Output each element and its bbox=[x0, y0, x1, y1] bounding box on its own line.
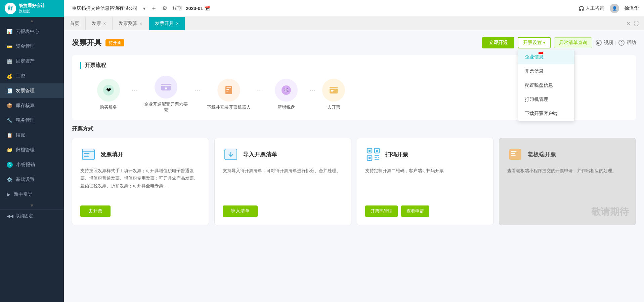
app-title: 畅捷通好会计 bbox=[19, 3, 45, 9]
tab-maximize[interactable]: ⛶ bbox=[634, 21, 639, 26]
svg-rect-20 bbox=[84, 155, 88, 155]
sidebar-item-tax[interactable]: 🔧 税务管理 bbox=[0, 113, 64, 128]
tab-bar: 首页 发票 ✕ 发票测算 ✕ 发票开具 ✕ ✕ ⛶ bbox=[64, 17, 644, 30]
sidebar-label-salary: 工资 bbox=[16, 73, 25, 79]
tab-home[interactable]: 首页 bbox=[64, 17, 86, 30]
tab-close-all[interactable]: ✕ bbox=[626, 20, 631, 27]
scan-view-apply-btn[interactable]: 查看申请 bbox=[401, 205, 429, 217]
sidebar-label-fund: 资金管理 bbox=[16, 43, 35, 49]
tab-invoice-issue[interactable]: 发票开具 ✕ bbox=[149, 17, 185, 30]
scan-code-mgr-btn[interactable]: 开票码管理 bbox=[365, 205, 398, 217]
tab-invoice-test[interactable]: 发票测算 ✕ bbox=[113, 17, 149, 30]
tax-icon: 🔧 bbox=[7, 118, 12, 123]
xiaochang-icon: C bbox=[7, 162, 13, 168]
sidebar-item-archive[interactable]: 📁 归档管理 bbox=[0, 143, 64, 157]
assets-icon: 🏢 bbox=[7, 59, 12, 64]
tab-invoice-close[interactable]: ✕ bbox=[103, 22, 106, 26]
settings-icon[interactable]: ⚙ bbox=[162, 5, 167, 11]
methods-section-title: 开票方式 bbox=[72, 125, 636, 133]
logo-icon: 好 bbox=[5, 3, 16, 14]
sidebar-label-settings: 基础设置 bbox=[16, 177, 35, 183]
svg-rect-37 bbox=[511, 155, 516, 156]
sidebar-label-guide: 新手引导 bbox=[14, 191, 33, 197]
svg-rect-27 bbox=[376, 150, 378, 152]
svg-text:税: 税 bbox=[284, 87, 289, 92]
sidebar-item-settle[interactable]: 📋 结账 bbox=[0, 128, 64, 143]
svg-rect-36 bbox=[511, 153, 515, 154]
activate-btn[interactable]: 立即开通 bbox=[482, 37, 514, 48]
import-title: 导入开票清单 bbox=[243, 151, 277, 158]
sidebar-item-salary[interactable]: 💰 工资 bbox=[0, 69, 64, 83]
report-icon: 📊 bbox=[7, 29, 12, 34]
guide-icon: ▶ bbox=[7, 192, 10, 197]
status-badge: 待开通 bbox=[105, 39, 124, 46]
app-edition: 旗舰版 bbox=[19, 9, 45, 14]
svg-text:❤: ❤ bbox=[106, 87, 111, 93]
dropdown-item-tax-disk[interactable]: 配置税盘信息 bbox=[518, 78, 574, 92]
svg-rect-25 bbox=[369, 150, 371, 152]
svg-rect-16 bbox=[82, 149, 94, 160]
tab-invoice-test-close[interactable]: ✕ bbox=[139, 22, 142, 26]
video-btn[interactable]: 视频 bbox=[604, 40, 613, 46]
flow-step-buy-label: 购买服务 bbox=[100, 104, 117, 110]
flow-step-add-disk: 税 新增税盘 bbox=[264, 79, 308, 110]
svg-rect-21 bbox=[84, 156, 89, 157]
flow-step-download-label: 下载并安装开票机器人 bbox=[207, 104, 251, 110]
fill-go-btn[interactable]: 去开票 bbox=[80, 205, 111, 217]
import-desc: 支持导入待开票清单，可对待开票清单进行拆分、合并处理。 bbox=[223, 167, 343, 200]
scan-desc: 支持定制开票二维码，客户端可扫码开票 bbox=[365, 167, 485, 200]
user-name: 徐泽华 bbox=[625, 5, 639, 11]
sidebar-item-guide[interactable]: ▶ 新手引导 bbox=[0, 187, 64, 202]
svg-rect-6 bbox=[226, 87, 231, 88]
boss-icon bbox=[507, 146, 523, 162]
sidebar-item-assets[interactable]: 🏢 固定资产 bbox=[0, 54, 64, 69]
sidebar-item-fund[interactable]: 💳 资金管理 bbox=[0, 39, 64, 54]
sidebar-item-inventory[interactable]: 📦 库存核算 bbox=[0, 98, 64, 113]
settle-icon: 📋 bbox=[7, 133, 12, 138]
svg-rect-34 bbox=[509, 149, 521, 160]
sidebar-label-settle: 结账 bbox=[16, 132, 25, 138]
consultation-btn[interactable]: 🎧人工咨询 bbox=[578, 5, 604, 11]
dropdown-item-client[interactable]: 下载开票客户端 bbox=[518, 107, 574, 121]
red-arrow-indicator: ➡ bbox=[538, 49, 544, 56]
dropdown-item-invoice-info[interactable]: 开票信息 bbox=[518, 64, 574, 78]
flow-arrow-3: ··· bbox=[257, 86, 263, 95]
svg-rect-15 bbox=[331, 91, 333, 92]
dropdown-item-printer[interactable]: 打印机管理 bbox=[518, 92, 574, 107]
flow-step-go-issue: 去开票 bbox=[317, 79, 350, 110]
svg-rect-19 bbox=[84, 153, 89, 154]
flow-arrow-1: ··· bbox=[132, 86, 138, 95]
method-card-import: 导入开票清单 支持导入待开票清单，可对待开票清单进行拆分、合并处理。 导入清单 bbox=[214, 138, 351, 225]
tab-invoice[interactable]: 发票 ✕ bbox=[86, 17, 113, 30]
svg-rect-12 bbox=[330, 87, 338, 93]
flow-step-go-issue-label: 去开票 bbox=[327, 104, 340, 110]
svg-rect-8 bbox=[226, 91, 228, 91]
salary-icon: 💰 bbox=[7, 73, 12, 79]
sidebar-scroll-up[interactable]: ▲ bbox=[0, 17, 64, 24]
sidebar-label-assets: 固定资产 bbox=[16, 58, 35, 64]
help-btn[interactable]: 帮助 bbox=[627, 40, 636, 46]
invoice-mgr-icon: 🧾 bbox=[7, 88, 12, 93]
settings-chevron-icon: ▾ bbox=[543, 41, 545, 45]
company-dropdown-icon[interactable]: ▾ bbox=[143, 6, 145, 11]
import-btn[interactable]: 导入清单 bbox=[223, 205, 258, 217]
settings-btn[interactable]: 开票设置 ▾ bbox=[518, 37, 551, 48]
sidebar: ▲ 📊 云报表中心 💳 资金管理 🏢 固定资产 💰 工资 🧾 发票管理 bbox=[0, 17, 64, 302]
sidebar-item-settings[interactable]: ⚙️ 基础设置 bbox=[0, 172, 64, 187]
cancel-fixed-btn[interactable]: ◀◀ 取消固定 bbox=[0, 209, 64, 222]
dropdown-item-company-info[interactable]: 企业信息 bbox=[518, 50, 574, 64]
sidebar-label-archive: 归档管理 bbox=[16, 147, 35, 153]
method-card-scan: 扫码开票 支持定制开票二维码，客户端可扫码开票 开票码管理 查看申请 bbox=[357, 138, 494, 225]
sidebar-scroll-down[interactable]: ▼ bbox=[0, 202, 64, 209]
add-company-btn[interactable]: ＋ bbox=[151, 4, 157, 12]
sidebar-item-xiaochang[interactable]: C 小畅报销 bbox=[0, 157, 64, 172]
sidebar-item-report[interactable]: 📊 云报表中心 bbox=[0, 24, 64, 39]
abnormal-btn[interactable]: 异常清单查询 bbox=[554, 37, 592, 48]
svg-rect-5 bbox=[225, 86, 232, 94]
sidebar-label-inventory: 库存核算 bbox=[16, 103, 35, 109]
boss-title: 老板端开票 bbox=[527, 151, 556, 158]
svg-rect-35 bbox=[511, 151, 516, 152]
sidebar-item-invoice-mgr[interactable]: 🧾 发票管理 bbox=[0, 83, 64, 98]
tab-invoice-issue-close[interactable]: ✕ bbox=[176, 22, 179, 26]
account-period: 账期 2023-01 📅 bbox=[172, 5, 210, 11]
